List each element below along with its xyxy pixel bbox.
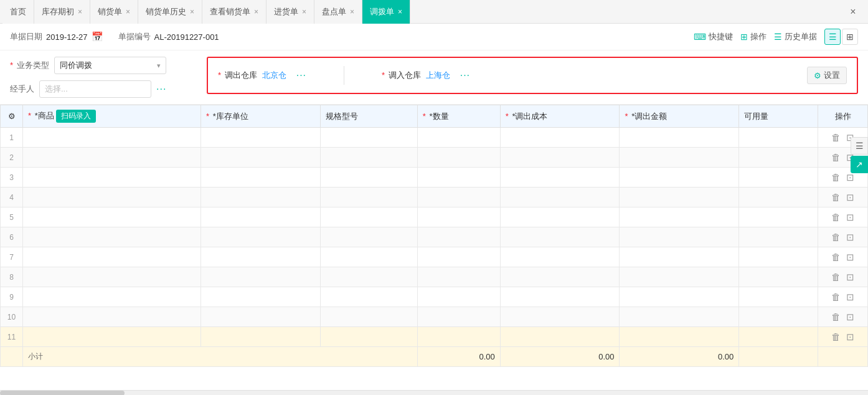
row-4-goods[interactable]	[23, 188, 201, 207]
copy-icon[interactable]: ⊡	[846, 331, 854, 342]
row-11-qty[interactable]	[417, 327, 500, 347]
row-8-goods[interactable]	[23, 267, 201, 287]
row-5-available[interactable]	[739, 207, 818, 227]
tab-transfer[interactable]: 调拨单 ×	[362, 0, 410, 24]
row-2-goods[interactable]	[23, 148, 201, 168]
transfer-in-more-btn[interactable]: ···	[460, 70, 470, 81]
row-1-cost[interactable]	[500, 128, 620, 148]
row-1-spec[interactable]	[320, 128, 417, 148]
copy-icon[interactable]: ⊡	[846, 212, 854, 222]
row-10-cost[interactable]	[500, 307, 620, 327]
row-11-available[interactable]	[739, 327, 818, 347]
row-5-spec[interactable]	[320, 207, 417, 227]
tab-close-sales-history[interactable]: ×	[190, 7, 194, 16]
tab-purchase-order[interactable]: 进货单 ×	[267, 0, 314, 24]
row-8-cost[interactable]	[500, 267, 620, 287]
row-10-qty[interactable]	[417, 307, 500, 327]
tab-close-purchase-order[interactable]: ×	[302, 7, 306, 16]
row-3-cost[interactable]	[500, 168, 620, 188]
row-10-amount[interactable]	[620, 307, 739, 327]
copy-icon[interactable]: ⊡	[846, 192, 854, 202]
row-5-qty[interactable]	[417, 207, 500, 227]
row-9-unit[interactable]	[200, 287, 320, 307]
scroll-thumb[interactable]	[0, 391, 125, 395]
horizontal-scrollbar[interactable]	[0, 390, 868, 395]
row-6-qty[interactable]	[417, 227, 500, 247]
row-7-cost[interactable]	[500, 247, 620, 267]
row-11-spec[interactable]	[320, 327, 417, 347]
history-btn[interactable]: ☰ 历史单据	[774, 31, 817, 42]
row-11-amount[interactable]	[620, 327, 739, 347]
tab-view-sales[interactable]: 查看销货单 ×	[202, 0, 267, 24]
row-1-available[interactable]	[739, 128, 818, 148]
row-1-qty[interactable]	[417, 128, 500, 148]
delete-icon[interactable]: 🗑	[831, 232, 841, 242]
delete-icon[interactable]: 🗑	[831, 212, 841, 222]
tab-close-inventory[interactable]: ×	[350, 7, 354, 16]
copy-icon[interactable]: ⊡	[846, 172, 854, 183]
row-11-cost[interactable]	[500, 327, 620, 347]
delete-icon[interactable]: 🗑	[831, 252, 841, 262]
row-3-qty[interactable]	[417, 168, 500, 188]
tab-sales-history[interactable]: 销货单历史 ×	[138, 0, 202, 24]
tab-close-view-sales[interactable]: ×	[254, 7, 258, 16]
delete-icon[interactable]: 🗑	[831, 331, 841, 342]
business-type-select[interactable]: 同价调拨 ▾	[54, 57, 166, 74]
col-gear[interactable]: ⚙	[1, 105, 23, 128]
row-9-goods[interactable]	[23, 287, 201, 307]
row-3-available[interactable]	[739, 168, 818, 188]
float-list-btn[interactable]: ☰	[851, 137, 868, 155]
row-10-available[interactable]	[739, 307, 818, 327]
row-1-goods[interactable]	[23, 128, 201, 148]
window-close-button[interactable]: ×	[841, 0, 866, 24]
handler-more-btn[interactable]: ···	[156, 83, 166, 95]
operations-btn[interactable]: ⊞ 操作	[740, 31, 767, 42]
settings-button[interactable]: ⚙ 设置	[807, 67, 847, 84]
row-7-unit[interactable]	[200, 247, 320, 267]
row-5-unit[interactable]	[200, 207, 320, 227]
row-8-unit[interactable]	[200, 267, 320, 287]
row-8-spec[interactable]	[320, 267, 417, 287]
copy-icon[interactable]: ⊡	[846, 232, 854, 242]
row-6-goods[interactable]	[23, 227, 201, 247]
delete-icon[interactable]: 🗑	[831, 312, 841, 322]
delete-icon[interactable]: 🗑	[831, 172, 841, 183]
row-6-cost[interactable]	[500, 227, 620, 247]
row-8-amount[interactable]	[620, 267, 739, 287]
row-8-available[interactable]	[739, 267, 818, 287]
row-6-available[interactable]	[739, 227, 818, 247]
tab-home[interactable]: 首页	[2, 0, 34, 24]
transfer-out-more-btn[interactable]: ···	[296, 70, 306, 81]
row-2-spec[interactable]	[320, 148, 417, 168]
row-7-goods[interactable]	[23, 247, 201, 267]
row-9-spec[interactable]	[320, 287, 417, 307]
row-3-unit[interactable]	[200, 168, 320, 188]
calendar-icon[interactable]: 📅	[92, 31, 103, 42]
delete-icon[interactable]: 🗑	[831, 292, 841, 302]
tab-inventory[interactable]: 盘点单 ×	[314, 0, 362, 24]
row-4-cost[interactable]	[500, 188, 620, 207]
row-9-qty[interactable]	[417, 287, 500, 307]
row-4-amount[interactable]	[620, 188, 739, 207]
row-4-spec[interactable]	[320, 188, 417, 207]
tab-close-transfer[interactable]: ×	[398, 7, 402, 16]
row-5-goods[interactable]	[23, 207, 201, 227]
row-6-unit[interactable]	[200, 227, 320, 247]
copy-icon[interactable]: ⊡	[846, 272, 854, 282]
row-10-spec[interactable]	[320, 307, 417, 327]
row-4-available[interactable]	[739, 188, 818, 207]
delete-icon[interactable]: 🗑	[831, 152, 841, 163]
row-2-available[interactable]	[739, 148, 818, 168]
row-4-unit[interactable]	[200, 188, 320, 207]
copy-icon[interactable]: ⊡	[846, 292, 854, 302]
row-6-spec[interactable]	[320, 227, 417, 247]
grid-view-btn[interactable]: ⊞	[842, 29, 858, 45]
row-11-goods[interactable]	[23, 327, 201, 347]
row-9-cost[interactable]	[500, 287, 620, 307]
row-7-spec[interactable]	[320, 247, 417, 267]
row-10-unit[interactable]	[200, 307, 320, 327]
row-3-goods[interactable]	[23, 168, 201, 188]
row-4-qty[interactable]	[417, 188, 500, 207]
delete-icon[interactable]: 🗑	[831, 132, 841, 143]
tab-stock-init[interactable]: 库存期初 ×	[34, 0, 90, 24]
